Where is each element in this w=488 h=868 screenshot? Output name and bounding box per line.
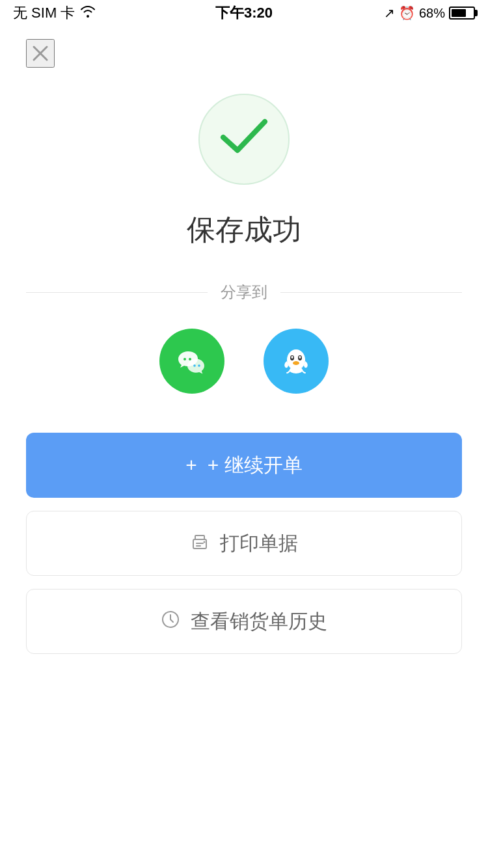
close-button[interactable] [26, 39, 55, 68]
svg-point-6 [198, 364, 200, 367]
share-icons [26, 329, 462, 394]
checkmark-icon [218, 116, 270, 163]
sim-status: 无 SIM 卡 [13, 3, 75, 23]
success-circle [198, 94, 290, 185]
divider-right [280, 292, 462, 293]
battery-icon [449, 7, 475, 20]
continue-order-button[interactable]: + + 继续开单 [26, 433, 462, 498]
wechat-icon [174, 346, 210, 376]
status-time: 下午3:20 [215, 3, 273, 23]
print-receipt-button[interactable]: 打印单据 [26, 511, 462, 576]
status-bar: 无 SIM 卡 下午3:20 ↗ ⏰ 68% [0, 0, 488, 26]
svg-rect-16 [196, 545, 201, 547]
continue-order-label: + 继续开单 [208, 452, 303, 479]
wifi-icon [80, 5, 96, 21]
svg-point-10 [291, 356, 293, 359]
svg-point-4 [189, 358, 191, 360]
wechat-share-button[interactable] [159, 329, 224, 394]
share-divider: 分享到 [26, 282, 462, 303]
status-right: ↗ ⏰ 68% [384, 5, 475, 21]
svg-point-12 [293, 361, 299, 365]
close-icon [31, 44, 49, 62]
view-history-button[interactable]: 查看销货单历史 [26, 589, 462, 654]
share-section: 分享到 [26, 282, 462, 394]
qq-icon [278, 343, 314, 379]
plus-icon: + [185, 454, 197, 476]
success-title: 保存成功 [187, 211, 301, 249]
svg-point-5 [193, 364, 196, 367]
svg-rect-15 [196, 543, 204, 544]
print-icon [190, 532, 210, 556]
action-buttons: + + 继续开单 打印单据 [26, 433, 462, 654]
svg-point-13 [290, 367, 303, 373]
svg-point-17 [204, 541, 206, 543]
history-icon [161, 610, 180, 634]
share-label: 分享到 [221, 282, 267, 303]
svg-point-3 [183, 358, 186, 360]
main-content: 保存成功 分享到 [0, 26, 488, 667]
alarm-icon: ⏰ [399, 5, 415, 21]
print-receipt-label: 打印单据 [220, 530, 298, 557]
qq-share-button[interactable] [264, 329, 329, 394]
view-history-label: 查看销货单历史 [191, 608, 327, 635]
status-left: 无 SIM 卡 [13, 3, 96, 23]
divider-left [26, 292, 208, 293]
battery-percent: 68% [419, 6, 445, 21]
svg-point-11 [299, 356, 301, 359]
location-icon: ↗ [384, 5, 395, 21]
